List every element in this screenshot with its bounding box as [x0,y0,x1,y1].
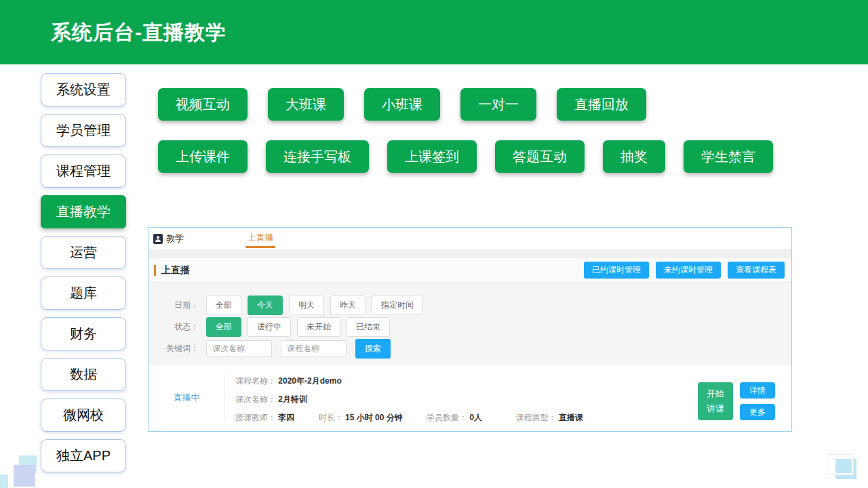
sidebar-item-live-teaching[interactable]: 直播教学 [41,195,126,228]
panel-tabbar: 教学 上直播 [149,228,791,250]
start-teaching-line2: 讲课 [707,401,724,416]
duration-value: 15 小时 00 分钟 [345,413,403,422]
app-label: 教学 [166,228,184,249]
feature-mute-students[interactable]: 学生禁言 [684,140,773,173]
session-name-line: 课次名称： 2月特训 [235,390,583,409]
course-details: 课程名称： 2020年-2月demo 课次名称： 2月特训 授课教师： 李四 时… [235,372,583,427]
course-type-pair: 课程类型： 直播课 [515,413,583,422]
feature-small-class[interactable]: 小班课 [364,88,440,121]
feature-large-class[interactable]: 大班课 [268,88,344,121]
detail-button[interactable]: 详情 [740,382,775,399]
date-filter-row: 日期： 全部 今天 明天 昨天 指定时间 [161,296,791,314]
course-name-line: 课程名称： 2020年-2月demo [235,372,583,390]
course-type-label: 课程类型： [515,413,556,422]
feature-lucky-draw[interactable]: 抽奖 [603,140,665,173]
sidebar-item-finance[interactable]: 财务 [41,317,126,350]
date-filter-today[interactable]: 今天 [248,296,283,315]
section-header: 上直播 已约课时管理 未约课时管理 查看课程表 [149,258,791,283]
date-filter-label: 日期： [161,300,199,311]
booked-lessons-button[interactable]: 已约课时管理 [584,262,649,279]
decor-square-lavender-left [14,465,35,487]
sidebar-item-standalone-app[interactable]: 独立APP [41,439,126,472]
filter-area: 日期： 全部 今天 明天 昨天 指定时间 状态： 全部 进行中 未开始 已结束 … [149,283,791,365]
screen: 系统后台-直播教学 系统设置 学员管理 课程管理 直播教学 运营 题库 财务 数… [0,0,868,488]
start-teaching-button[interactable]: 开始 讲课 [698,382,733,420]
status-filter-in-progress[interactable]: 进行中 [248,317,291,337]
feature-connect-tablet[interactable]: 连接手写板 [266,140,369,173]
divider-band [149,250,791,258]
tab-go-live-label: 上直播 [248,232,274,243]
feature-row-2: 上传课件 连接手写板 上课签到 答题互动 抽奖 学生禁言 [158,140,773,173]
section-accent-bar [154,265,156,276]
date-filter-all[interactable]: 全部 [206,296,241,315]
tab-active-underline [245,246,275,248]
start-teaching-line1: 开始 [707,386,724,401]
course-name-input[interactable] [281,340,347,357]
admin-panel: 教学 上直播 上直播 已约课时管理 未约课时管理 查看课程表 日期： 全部 今天… [148,227,792,432]
search-button[interactable]: 搜索 [355,339,391,359]
sidebar-item-student-management[interactable]: 学员管理 [41,114,126,147]
feature-one-on-one[interactable]: 一对一 [460,88,536,121]
date-filter-tomorrow[interactable]: 明天 [289,296,324,315]
tab-go-live[interactable]: 上直播 [245,228,276,248]
sidebar-item-data[interactable]: 数据 [41,358,126,391]
sidebar-item-operations[interactable]: 运营 [41,236,126,269]
teaching-app-icon [153,234,163,244]
keyword-filter-label: 关键词： [161,343,199,354]
live-status-badge: 直播中 [149,365,224,430]
teacher-label: 授课教师： [235,413,276,422]
course-row: 直播中 课程名称： 2020年-2月demo 课次名称： 2月特训 授课教师： … [149,365,791,430]
teacher-value: 李四 [278,413,294,422]
course-name-value: 2020年-2月demo [278,376,341,386]
keyword-filter-row: 关键词： 搜索 [161,340,791,357]
sidebar-item-micro-school[interactable]: 微网校 [41,399,126,432]
students-value: 0人 [469,413,482,422]
session-name-value: 2月特训 [278,394,307,404]
date-filter-custom[interactable]: 指定时间 [372,296,423,315]
duration-label: 时长： [319,413,343,422]
sidebar-item-question-bank[interactable]: 题库 [41,277,126,310]
course-type-value: 直播课 [559,413,583,422]
students-label: 学员数量： [427,413,467,422]
sidebar: 系统设置 学员管理 课程管理 直播教学 运营 题库 财务 数据 微网校 独立AP… [41,73,126,472]
students-pair: 学员数量： 0人 [427,413,484,422]
page-title: 系统后台-直播教学 [51,0,226,64]
page-header: 系统后台-直播教学 [0,0,868,64]
feature-quiz-interaction[interactable]: 答题互动 [495,140,585,173]
vertical-divider [224,375,225,421]
feature-class-signin[interactable]: 上课签到 [387,140,477,173]
course-meta-line: 授课教师： 李四 时长： 15 小时 00 分钟 学员数量： 0人 课程类型： … [235,409,583,427]
duration-pair: 时长： 15 小时 00 分钟 [319,413,405,422]
decor-square-corner-left [0,474,8,488]
status-filter-all[interactable]: 全部 [206,317,241,337]
feature-live-replay[interactable]: 直播回放 [557,88,646,121]
course-name-label: 课程名称： [235,376,276,386]
section-title: 上直播 [161,264,190,277]
status-filter-not-started[interactable]: 未开始 [297,317,340,337]
status-filter-label: 状态： [161,321,199,333]
secondary-actions: 详情 更多 [740,382,775,420]
session-name-input[interactable] [206,340,272,357]
status-filter-ended[interactable]: 已结束 [347,317,390,337]
teacher-pair: 授课教师： 李四 [235,413,297,422]
date-filter-yesterday[interactable]: 昨天 [330,296,366,315]
sidebar-item-course-management[interactable]: 课程管理 [41,155,126,188]
unbooked-lessons-button[interactable]: 未约课时管理 [656,262,721,279]
sidebar-item-system-settings[interactable]: 系统设置 [41,73,126,106]
more-button[interactable]: 更多 [740,404,775,420]
view-schedule-button[interactable]: 查看课程表 [728,262,785,279]
feature-upload-courseware[interactable]: 上传课件 [158,140,248,173]
row-actions: 开始 讲课 详情 更多 [698,382,775,420]
decor-square-frame-right [827,455,853,474]
status-filter-row: 状态： 全部 进行中 未开始 已结束 [161,318,791,336]
feature-video-interaction[interactable]: 视频互动 [158,88,248,121]
feature-row-1: 视频互动 大班课 小班课 一对一 直播回放 [158,88,646,121]
session-name-label: 课次名称： [235,394,276,404]
